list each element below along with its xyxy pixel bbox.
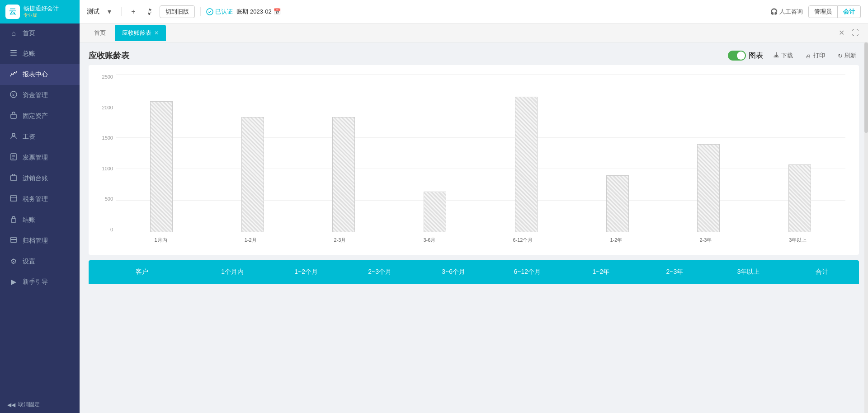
- tax-icon: [9, 195, 18, 204]
- user-button[interactable]: 管理员: [808, 5, 838, 18]
- sidebar-item-home[interactable]: ⌂ 首页: [0, 23, 80, 43]
- sidebar-item-archive[interactable]: 归档管理: [0, 230, 80, 251]
- refresh-button[interactable]: ↻ 刷新: [835, 50, 859, 61]
- svg-rect-2: [10, 55, 17, 56]
- sidebar-nav: ⌂ 首页 总账 报表中心 ¥ 资金管理 固定资产: [0, 23, 80, 396]
- sidebar-label-archive: 归档管理: [23, 237, 48, 245]
- y-label-1500: 1500: [93, 135, 113, 141]
- close-accounts-icon: [9, 216, 18, 225]
- sidebar-item-invoice[interactable]: 发票管理: [0, 147, 80, 168]
- bar-group-y2-3: [697, 144, 720, 232]
- col-header-m1-2: 1~2个月: [269, 268, 343, 276]
- bar-m1-2: [241, 117, 264, 232]
- sidebar-item-settings[interactable]: ⚙ 设置: [0, 251, 80, 272]
- period-value: 2023-02: [250, 8, 272, 15]
- unpin-button[interactable]: ◀◀ 取消固定: [0, 396, 80, 413]
- workspace-dropdown-button[interactable]: ▾: [103, 5, 116, 18]
- print-button[interactable]: 🖨 打印: [803, 50, 828, 61]
- sidebar-item-close[interactable]: 结账: [0, 210, 80, 230]
- archive-icon: [9, 236, 18, 245]
- logo-badge: 专业版: [24, 12, 59, 19]
- tab-home-label: 首页: [94, 29, 106, 37]
- x-label-m6-12: 6-12个月: [513, 237, 533, 244]
- col-total-label: 合计: [816, 268, 828, 275]
- print-label: 打印: [813, 52, 825, 60]
- sidebar-item-inventory[interactable]: 进销台账: [0, 168, 80, 189]
- chart-area: 0 500 1000 1500 2000 2500: [116, 74, 845, 246]
- assets-icon: [9, 112, 18, 121]
- add-workspace-button[interactable]: +: [127, 5, 140, 18]
- tabbar: 首页 应收账龄表 ✕ ✕ ⛶: [80, 23, 868, 42]
- payroll-icon: [9, 132, 18, 141]
- ledger-icon: [9, 49, 18, 58]
- settings-gear-button[interactable]: [143, 5, 156, 18]
- sidebar-item-guide[interactable]: ▶ 新手引导: [0, 272, 80, 292]
- chart-toggle[interactable]: 图表: [728, 51, 763, 61]
- col-header-y1-2: 1~2年: [564, 268, 638, 276]
- col-m1-label: 1个月内: [221, 268, 244, 275]
- svg-rect-1: [10, 52, 17, 53]
- chart-inner: 0 500 1000 1500 2000 2500: [89, 65, 859, 255]
- sidebar-item-assets[interactable]: 固定资产: [0, 106, 80, 127]
- svg-rect-14: [11, 219, 16, 222]
- sidebar-item-payroll[interactable]: 工资: [0, 127, 80, 147]
- download-button[interactable]: 下载: [770, 50, 796, 61]
- y-label-0: 0: [93, 227, 113, 232]
- sidebar-item-funds[interactable]: ¥ 资金管理: [0, 85, 80, 106]
- x-label-m1: 1月内: [155, 237, 167, 244]
- funds-icon: ¥: [9, 91, 18, 100]
- col-m1-2-label: 1~2个月: [294, 268, 318, 275]
- topbar-divider-2: [200, 7, 201, 16]
- tab-ar-aging-close[interactable]: ✕: [154, 30, 159, 36]
- bar-group-m1-2: [241, 117, 264, 232]
- y-label-1000: 1000: [93, 166, 113, 171]
- sidebar-label-guide: 新手引导: [23, 278, 48, 286]
- home-icon: ⌂: [9, 29, 18, 38]
- period-info: 账期 2023-02 📅: [236, 8, 281, 16]
- download-icon: [773, 52, 779, 60]
- col-header-m3-6: 3~6个月: [417, 268, 491, 276]
- y-label-2500: 2500: [93, 74, 113, 80]
- logo-text-block: 畅捷通好会计 专业版: [24, 5, 59, 19]
- col-header-total: 合计: [785, 268, 859, 276]
- page-content: 应收账龄表 图表 下载 🖨 打印: [80, 42, 868, 413]
- col-header-y2-3: 2~3年: [638, 268, 712, 276]
- scrollbar[interactable]: [864, 42, 868, 413]
- tab-ar-aging[interactable]: 应收账龄表 ✕: [115, 25, 166, 41]
- col-m3-6-label: 3~6个月: [442, 268, 465, 275]
- topbar-divider-1: [121, 7, 122, 16]
- bar-group-m1: [150, 101, 173, 232]
- sidebar-label-reports: 报表中心: [23, 70, 48, 79]
- logo-icon: 云: [5, 5, 20, 19]
- switch-version-button[interactable]: 切到旧版: [160, 5, 195, 18]
- svg-point-6: [12, 133, 15, 136]
- sidebar: 云 畅捷通好会计 专业版 ⌂ 首页 总账 报表中心 ¥ 资金管理: [0, 0, 80, 413]
- tab-home[interactable]: 首页: [87, 25, 113, 41]
- bar-y1-2: [606, 175, 629, 232]
- x-label-y1-2: 1-2年: [610, 237, 622, 244]
- toggle-track[interactable]: [728, 51, 746, 61]
- refresh-label: 刷新: [844, 52, 856, 60]
- bar-y2-3: [697, 144, 720, 232]
- col-customer-label: 客户: [136, 268, 148, 275]
- x-label-y3plus: 3年以上: [789, 237, 807, 244]
- col-y2-3-label: 2~3年: [666, 268, 684, 275]
- sidebar-item-ledger[interactable]: 总账: [0, 43, 80, 64]
- expand-tab-button[interactable]: ⛶: [850, 27, 861, 39]
- col-header-m2-3: 2~3个月: [343, 268, 417, 276]
- sidebar-item-reports[interactable]: 报表中心: [0, 64, 80, 85]
- close-tab-button[interactable]: ✕: [837, 27, 846, 39]
- unpin-icon: ◀◀: [7, 402, 15, 408]
- unpin-label: 取消固定: [18, 401, 40, 408]
- bar-m3-6: [424, 192, 446, 232]
- inventory-icon: [9, 174, 18, 183]
- support-button[interactable]: 🎧 人工咨询: [770, 8, 803, 16]
- x-label-m1-2: 1-2月: [245, 237, 257, 244]
- user-role-buttons: 管理员 会计: [808, 5, 861, 18]
- support-label: 人工咨询: [779, 8, 803, 16]
- bar-group-m6-12: [515, 97, 538, 232]
- cert-label: 已认证: [215, 8, 233, 16]
- scroll-thumb: [864, 42, 868, 133]
- sidebar-item-tax[interactable]: 税务管理: [0, 189, 80, 210]
- role-button[interactable]: 会计: [838, 5, 861, 18]
